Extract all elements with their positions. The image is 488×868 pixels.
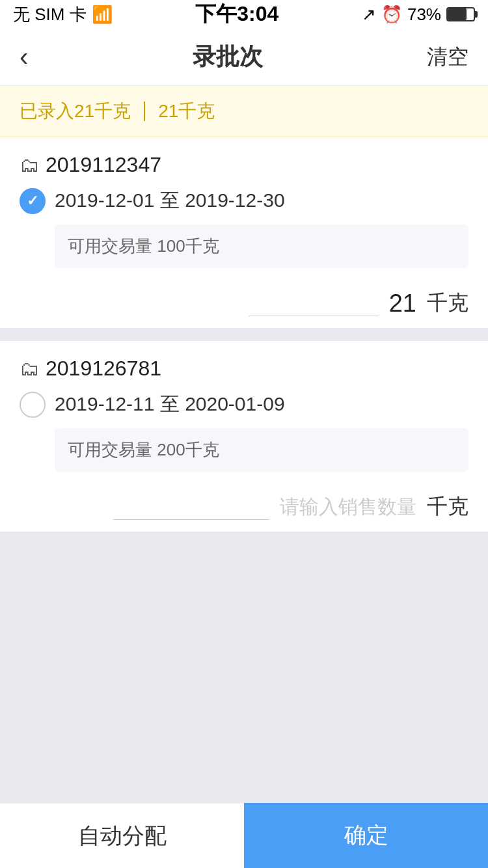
wifi-icon: 📶 bbox=[92, 5, 113, 25]
battery-icon bbox=[446, 7, 475, 21]
batch2-input-placeholder[interactable]: 请输入销售数量 bbox=[280, 494, 416, 521]
status-left: 无 SIM 卡 📶 bbox=[13, 3, 113, 26]
batch1-date-row[interactable]: 2019-12-01 至 2019-12-30 bbox=[0, 183, 488, 221]
summary-bar: 已录入21千克 21千克 bbox=[0, 86, 488, 137]
summary-value: 21千克 bbox=[158, 99, 215, 124]
no-sim-text: 无 SIM 卡 bbox=[13, 3, 87, 26]
batch2-input-row: 请输入销售数量 千克 bbox=[0, 482, 488, 532]
summary-divider bbox=[144, 102, 145, 121]
batch1-available: 可用交易量 100千克 bbox=[55, 224, 468, 268]
gray-area bbox=[0, 532, 488, 805]
batch2-input-underline bbox=[113, 494, 269, 520]
batch2-header: 🗂 2019126781 bbox=[0, 341, 488, 387]
batch1-radio[interactable] bbox=[20, 188, 46, 214]
batch2-date-row[interactable]: 2019-12-11 至 2020-01-09 bbox=[0, 387, 488, 424]
batch2-number: 2019126781 bbox=[46, 357, 161, 381]
batch1-quantity-row: 21 千克 bbox=[0, 278, 488, 328]
bottom-bar: 自动分配 确定 bbox=[0, 803, 488, 868]
auto-distribute-button[interactable]: 自动分配 bbox=[0, 803, 244, 868]
page-title: 录批次 bbox=[193, 41, 263, 73]
battery-percent: 73% bbox=[407, 5, 441, 25]
batch1-unit: 千克 bbox=[427, 289, 468, 318]
alarm-icon: ⏰ bbox=[381, 5, 402, 25]
batch1-number: 2019112347 bbox=[46, 153, 161, 177]
batch2-unit: 千克 bbox=[427, 493, 468, 521]
clear-button[interactable]: 清空 bbox=[427, 43, 468, 72]
section-separator-1 bbox=[0, 328, 488, 341]
batch2-date: 2019-12-11 至 2020-01-09 bbox=[55, 391, 285, 418]
back-button[interactable]: ‹ bbox=[20, 42, 28, 72]
batch2-radio[interactable] bbox=[20, 392, 46, 418]
batch1-quantity-underline bbox=[249, 290, 379, 316]
confirm-button[interactable]: 确定 bbox=[244, 803, 488, 868]
batch-item-1: 🗂 2019112347 2019-12-01 至 2019-12-30 可用交… bbox=[0, 137, 488, 328]
batch-item-2: 🗂 2019126781 2019-12-11 至 2020-01-09 可用交… bbox=[0, 341, 488, 532]
status-time: 下午3:04 bbox=[195, 0, 278, 29]
location-icon: ↗ bbox=[362, 5, 376, 25]
summary-label: 已录入21千克 bbox=[20, 99, 131, 124]
status-right: ↗ ⏰ 73% bbox=[362, 5, 475, 25]
nav-bar: ‹ 录批次 清空 bbox=[0, 29, 488, 86]
batch2-icon: 🗂 bbox=[20, 358, 39, 380]
status-bar: 无 SIM 卡 📶 下午3:04 ↗ ⏰ 73% bbox=[0, 0, 488, 29]
batch1-icon: 🗂 bbox=[20, 154, 39, 176]
batch1-date: 2019-12-01 至 2019-12-30 bbox=[55, 187, 285, 214]
batch1-header: 🗂 2019112347 bbox=[0, 137, 488, 183]
batch1-quantity-value[interactable]: 21 bbox=[389, 290, 416, 318]
batch2-available: 可用交易量 200千克 bbox=[55, 428, 468, 472]
